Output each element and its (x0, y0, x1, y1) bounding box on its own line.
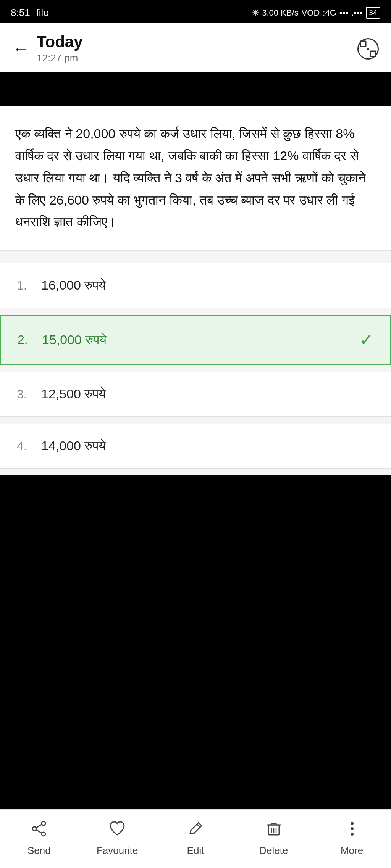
page-wrapper: 8:51 filo ✳ 3.00 KB/s VOD :4G ▪▪▪ .▪▪▪ 3… (0, 0, 391, 868)
option-2-num: 2. (18, 333, 31, 347)
option-4-text: 14,000 रुपये (41, 438, 106, 454)
favourite-icon (109, 820, 126, 841)
options-block: 1. 16,000 रुपये 2. 15,000 रुपये ✓ 3. 12,… (0, 263, 391, 475)
volte-icon: VOD (302, 8, 320, 18)
svg-point-16 (351, 822, 354, 825)
status-time: 8:51 (11, 7, 30, 19)
option-3-num: 3. (17, 387, 31, 401)
bluetooth-icon: ✳ (252, 8, 259, 18)
favourite-label: Favourite (97, 845, 138, 857)
status-app: filo (36, 7, 49, 19)
option-3[interactable]: 3. 12,500 रुपये (0, 372, 391, 417)
header-left: ← Today 12:27 pm (12, 33, 83, 64)
svg-point-5 (42, 832, 45, 836)
option-1-num: 1. (17, 279, 31, 293)
question-text: एक व्यक्ति ने 20,000 रुपये का कर्ज उधार … (15, 123, 376, 233)
option-4-num: 4. (17, 439, 31, 453)
svg-point-6 (32, 827, 36, 831)
option-3-text: 12,500 रुपये (41, 386, 106, 402)
status-bar-left: 8:51 filo (11, 7, 49, 19)
option-4-left: 4. 14,000 रुपये (17, 438, 106, 454)
svg-rect-0 (360, 41, 366, 47)
header-title: Today (37, 33, 83, 51)
send-label: Send (27, 845, 51, 857)
svg-line-8 (36, 830, 42, 833)
option-1[interactable]: 1. 16,000 रुपये (0, 263, 391, 308)
options-gap (0, 251, 391, 263)
nav-delete[interactable]: Delete (247, 820, 301, 857)
svg-rect-2 (370, 51, 376, 56)
option-2-text: 15,000 रुपये (42, 332, 107, 348)
option-1-text: 16,000 रुपये (41, 278, 106, 293)
correct-check-icon: ✓ (359, 330, 373, 349)
bottom-nav: Send Favourite Edit (0, 809, 391, 868)
option-2[interactable]: 2. 15,000 रुपये ✓ (0, 315, 391, 365)
black-gap (0, 72, 391, 106)
svg-line-7 (36, 825, 42, 828)
back-button[interactable]: ← (12, 40, 29, 57)
svg-point-18 (351, 833, 354, 836)
delete-icon (265, 820, 282, 841)
status-bar: 8:51 filo ✳ 3.00 KB/s VOD :4G ▪▪▪ .▪▪▪ 3… (0, 0, 391, 23)
signal-icon: :4G (323, 8, 336, 18)
send-icon (31, 820, 47, 841)
nav-favourite[interactable]: Favourite (90, 820, 144, 857)
edit-label: Edit (187, 845, 204, 857)
nav-send[interactable]: Send (12, 820, 66, 857)
more-icon (344, 820, 360, 841)
battery-indicator: 34 (366, 7, 380, 19)
svg-line-10 (190, 833, 192, 834)
svg-point-3 (367, 48, 369, 50)
header: ← Today 12:27 pm (0, 23, 391, 72)
signal-bars-2: .▪▪▪ (351, 8, 363, 18)
delete-label: Delete (259, 845, 288, 857)
option-4[interactable]: 4. 14,000 रुपये (0, 424, 391, 469)
option-3-left: 3. 12,500 रुपये (17, 386, 106, 402)
nav-edit[interactable]: Edit (169, 820, 222, 857)
header-title-block: Today 12:27 pm (37, 33, 83, 64)
more-label: More (341, 845, 363, 857)
question-block: एक व्यक्ति ने 20,000 रुपये का कर्ज उधार … (0, 106, 391, 251)
scan-button[interactable] (357, 38, 379, 60)
svg-point-17 (351, 827, 354, 830)
header-subtitle: 12:27 pm (37, 52, 83, 64)
edit-icon (187, 820, 204, 841)
option-2-left: 2. 15,000 रुपये (18, 332, 107, 348)
status-bar-right: ✳ 3.00 KB/s VOD :4G ▪▪▪ .▪▪▪ 34 (252, 7, 380, 19)
signal-bars-1: ▪▪▪ (339, 8, 348, 18)
option-1-left: 1. 16,000 रुपये (17, 278, 106, 293)
svg-line-9 (197, 824, 200, 827)
nav-more[interactable]: More (325, 820, 379, 857)
network-speed: 3.00 KB/s (262, 8, 298, 18)
svg-point-4 (42, 821, 45, 825)
